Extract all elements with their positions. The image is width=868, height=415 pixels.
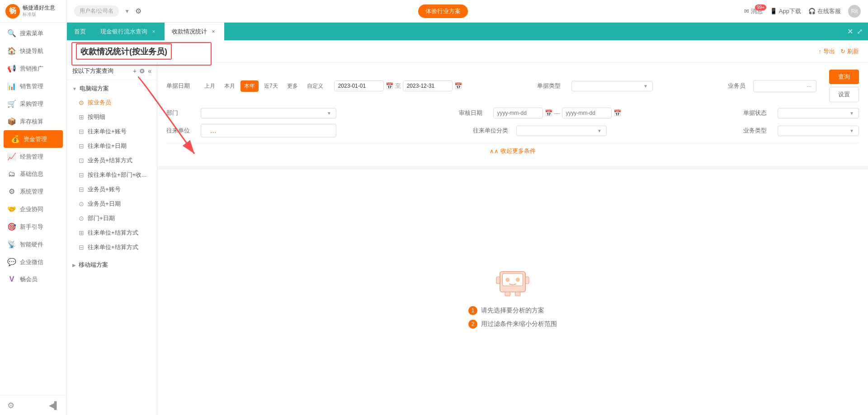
system-icon: ⚙ xyxy=(7,187,16,196)
sidebar-item-operation[interactable]: 📈 经营管理 xyxy=(0,148,66,165)
sidebar-item-inventory[interactable]: 📦 库存核算 xyxy=(0,113,66,130)
header-right: ✉ 消息 99+ 📱 App下载 🎧 在线客服 Rit xyxy=(744,5,861,18)
tab-bank-flow-label: 现金银行流水查询 xyxy=(100,28,147,36)
review-date-end-cal-icon[interactable]: 📅 xyxy=(613,109,621,117)
setting-button[interactable]: 设置 xyxy=(829,87,859,102)
scheme-item-salesperson-account[interactable]: ⊟ 业务员+账号 xyxy=(67,182,157,197)
review-date-end-input[interactable] xyxy=(562,108,612,118)
scheme-item-partner-date[interactable]: ⊟ 往来单位+日期 xyxy=(67,139,157,153)
sidebar-item-smarthw[interactable]: 📡 智能硬件 xyxy=(0,236,66,253)
scheme-item-partner-dept-collect[interactable]: ⊟ 按往来单位+部门+收... xyxy=(67,168,157,182)
filter-row-1: 单据日期 上月 本月 本年 近7天 更多 自定义 📅 至 xyxy=(166,70,859,102)
app-download-button[interactable]: 📱 App下载 xyxy=(770,7,801,15)
sidebar-item-search[interactable]: 🔍 搜索菜单 xyxy=(0,24,66,42)
sidebar-item-wechat[interactable]: 💬 企业微信 xyxy=(0,253,66,271)
export-button[interactable]: ↑ 导出 xyxy=(819,47,835,56)
tab-home[interactable]: 首页 xyxy=(67,23,93,41)
partner-category-select[interactable]: ▼ xyxy=(516,126,607,136)
logo-badge: 标准版 xyxy=(23,11,55,18)
dept-arrow-icon: ▼ xyxy=(327,111,331,116)
scheme-item-partner-settlement1[interactable]: ⊞ 往来单位+结算方式 xyxy=(67,226,157,240)
scheme-item-by-detail[interactable]: ⊞ 按明细 xyxy=(67,110,157,124)
scheme-item-salesperson-settlement[interactable]: ⊡ 业务员+结算方式 xyxy=(67,153,157,168)
top-header: 用户名/公司名 ▼ ⚙ 体验行业方案 ✉ 消息 99+ 📱 App下载 🎧 在线… xyxy=(67,0,868,23)
scheme-group-desktop: ▼ 电脑端方案 ⊙ 按业务员 ⊞ 按明细 ⊟ 往来单位+账号 xyxy=(67,80,157,256)
scheme-item-partner-account[interactable]: ⊟ 往来单位+账号 xyxy=(67,124,157,139)
user-avatar[interactable]: Rit xyxy=(848,5,861,18)
collapse-sidebar-icon[interactable]: ◀▌ xyxy=(49,401,59,410)
sidebar-item-sales[interactable]: 📊 销售管理 xyxy=(0,77,66,95)
header-dropdown-icon[interactable]: ▼ xyxy=(124,8,130,14)
partner-select[interactable]: ... xyxy=(201,124,336,137)
sidebar-item-member[interactable]: V 畅会员 xyxy=(0,271,66,288)
date-btn-this-year[interactable]: 本年 xyxy=(241,80,259,92)
sidebar-item-guide[interactable]: 🎯 新手引导 xyxy=(0,218,66,236)
date-end-cal-icon[interactable]: 📅 xyxy=(454,82,462,90)
scheme-item-salesperson-date[interactable]: ⊙ 业务员+日期 xyxy=(67,197,157,211)
query-area: 单据日期 上月 本月 本年 近7天 更多 自定义 📅 至 xyxy=(157,62,868,415)
review-date-start-input[interactable] xyxy=(493,108,543,118)
partner-label: 往来单位 xyxy=(166,127,193,135)
tab-fullscreen-icon[interactable]: ⤢ xyxy=(857,27,863,36)
partner-dots-icon[interactable]: ... xyxy=(210,127,216,135)
scheme-add-icon[interactable]: + xyxy=(133,67,137,75)
sales-icon: 📊 xyxy=(7,82,16,90)
date-end-input[interactable] xyxy=(403,80,453,91)
sidebar-item-quicknav[interactable]: 🏠 快捷导航 xyxy=(0,42,66,60)
date-btn-this-month[interactable]: 本月 xyxy=(221,80,239,92)
scheme-item-partner-settlement2[interactable]: ⊟ 往来单位+结算方式 xyxy=(67,240,157,255)
scheme-group-desktop-title[interactable]: ▼ 电脑端方案 xyxy=(67,82,157,95)
sidebar-item-marketing[interactable]: 📢 营销推广 xyxy=(0,60,66,77)
tab-collection-stat-close[interactable]: × xyxy=(210,28,217,35)
page-title: 收款情况统计(按业务员) xyxy=(76,43,172,60)
scheme-item-label: 按业务员 xyxy=(88,99,111,107)
scheme-item-icon-ps2: ⊟ xyxy=(78,244,85,251)
tab-close-all-icon[interactable]: ✕ xyxy=(847,27,853,36)
date-start-cal-icon[interactable]: 📅 xyxy=(386,82,393,90)
scheme-item-icon-pd: ⊟ xyxy=(78,142,85,150)
sidebar-item-label: 搜索菜单 xyxy=(20,29,43,38)
logo-icon: 畅 xyxy=(5,4,20,19)
sidebar-item-system[interactable]: ⚙ 系统管理 xyxy=(0,183,66,200)
doc-type-select[interactable]: ▼ xyxy=(571,81,653,91)
date-btn-custom[interactable]: 自定义 xyxy=(303,80,327,92)
sidebar-item-basicinfo[interactable]: 🗂 基础信息 xyxy=(0,165,66,183)
settings-icon[interactable]: ⚙ xyxy=(7,401,14,410)
dept-select[interactable]: ▼ xyxy=(201,108,336,118)
scheme-collapse-icon[interactable]: « xyxy=(148,67,151,75)
tab-bank-flow[interactable]: 现金银行流水查询 × xyxy=(93,23,165,41)
sidebar-footer: ⚙ ◀▌ xyxy=(0,395,66,415)
biz-type-select[interactable]: ▼ xyxy=(778,126,859,136)
date-start-input[interactable] xyxy=(334,80,384,91)
message-button[interactable]: ✉ 消息 99+ xyxy=(744,7,763,15)
scheme-item-dept-date[interactable]: ⊙ 部门+日期 xyxy=(67,211,157,226)
scheme-item-by-salesperson[interactable]: ⊙ 按业务员 xyxy=(67,95,157,110)
sidebar-item-finance[interactable]: 💰 资金管理 xyxy=(4,130,63,148)
collapse-button[interactable]: ∧∧ 收起更多条件 xyxy=(166,143,859,159)
date-btn-7days[interactable]: 近7天 xyxy=(260,80,282,92)
tab-bank-flow-close[interactable]: × xyxy=(150,28,157,35)
query-button[interactable]: 查询 xyxy=(829,70,859,84)
sidebar-item-enterprise[interactable]: 🤝 企业协同 xyxy=(0,200,66,218)
collapse-label: 收起更多条件 xyxy=(500,147,536,155)
sidebar-item-label: 系统管理 xyxy=(20,188,43,196)
main-wrapper: 用户名/公司名 ▼ ⚙ 体验行业方案 ✉ 消息 99+ 📱 App下载 🎧 在线… xyxy=(67,0,868,415)
date-btn-last-month[interactable]: 上月 xyxy=(201,80,219,92)
sidebar-item-purchase[interactable]: 🛒 采购管理 xyxy=(0,95,66,113)
date-btn-more[interactable]: 更多 xyxy=(283,80,302,92)
refresh-button[interactable]: ↻ 刷新 xyxy=(840,47,859,56)
doc-status-select[interactable]: ▼ xyxy=(778,108,859,118)
empty-steps: 1 请先选择要分析的方案 2 用过滤条件来缩小分析范围 xyxy=(468,306,557,329)
salesperson-more-icon[interactable]: ··· xyxy=(807,83,811,90)
date-separator: 至 xyxy=(395,82,401,90)
online-service-button[interactable]: 🎧 在线客服 xyxy=(808,7,841,15)
header-gear-icon[interactable]: ⚙ xyxy=(135,7,142,15)
partner-category-arrow-icon: ▼ xyxy=(597,128,602,133)
review-date-start-cal-icon[interactable]: 📅 xyxy=(545,109,552,117)
scheme-setting-icon[interactable]: ⚙ xyxy=(139,67,145,75)
salesperson-select[interactable]: ··· xyxy=(753,80,816,92)
marketing-icon: 📢 xyxy=(7,64,16,73)
tab-collection-stat[interactable]: 收款情况统计 × xyxy=(165,23,224,41)
scheme-group-mobile-title[interactable]: ▶ 移动端方案 xyxy=(67,258,157,272)
trial-industry-button[interactable]: 体验行业方案 xyxy=(418,5,468,18)
